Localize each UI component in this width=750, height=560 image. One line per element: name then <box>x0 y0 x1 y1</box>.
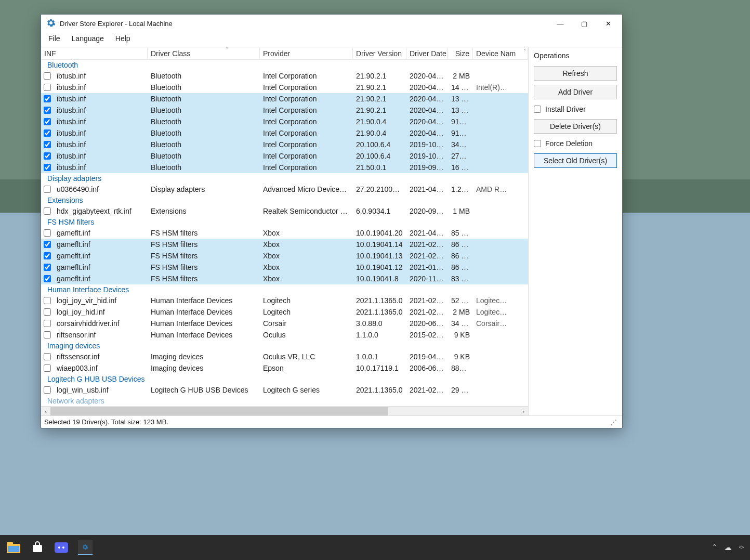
close-button[interactable]: ✕ <box>596 16 620 31</box>
list-row[interactable]: gameflt.infFS HSM filtersXbox10.0.19041.… <box>41 239 528 250</box>
list-row[interactable]: ibtusb.infBluetoothIntel Corporation21.9… <box>41 70 528 82</box>
list-row[interactable]: ibtusb.infBluetoothIntel Corporation21.9… <box>41 116 528 127</box>
col-date[interactable]: Driver Date <box>406 48 448 59</box>
explorer-icon[interactable] <box>6 540 21 555</box>
cell-class: Display adapters <box>148 185 260 193</box>
col-class[interactable]: Driver Class <box>148 48 260 59</box>
list-row[interactable]: ibtusb.infBluetoothIntel Corporation21.9… <box>41 127 528 139</box>
list-row[interactable]: gameflt.infFS HSM filtersXbox10.0.19041.… <box>41 273 528 284</box>
row-checkbox[interactable] <box>41 252 54 259</box>
row-checkbox[interactable] <box>41 186 54 193</box>
list-row[interactable]: wiaep003.infImaging devicesEpson10.0.171… <box>41 362 528 374</box>
list-row[interactable]: hdx_gigabyteext_rtk.infExtensionsRealtek… <box>41 205 528 217</box>
row-checkbox[interactable] <box>41 353 54 360</box>
delete-driver-button[interactable]: Delete Driver(s) <box>534 119 617 134</box>
list-row[interactable]: ibtusb.infBluetoothIntel Corporation20.1… <box>41 150 528 162</box>
group-header[interactable]: Display adapters <box>41 173 528 184</box>
app-taskbar-icon[interactable] <box>78 540 93 555</box>
scroll-left-icon[interactable]: ‹ <box>41 408 50 414</box>
row-checkbox[interactable] <box>41 107 54 114</box>
row-checkbox[interactable] <box>41 207 54 215</box>
add-driver-button[interactable]: Add Driver <box>534 85 617 99</box>
list-row[interactable]: gameflt.infFS HSM filtersXbox10.0.19041.… <box>41 250 528 262</box>
cell-provider: Intel Corporation <box>260 118 353 126</box>
row-checkbox[interactable] <box>41 84 54 91</box>
col-device[interactable]: Device Nam <box>473 48 528 59</box>
horizontal-scrollbar[interactable]: ‹ › <box>41 406 528 415</box>
select-old-drivers-button[interactable]: Select Old Driver(s) <box>534 153 617 168</box>
cell-date: 2020-04-22 <box>406 83 448 92</box>
titlebar[interactable]: Driver Store Explorer - Local Machine — … <box>41 15 622 32</box>
list-row[interactable]: logi_win_usb.infLogitech G HUB USB Devic… <box>41 384 528 396</box>
col-overflow-icon[interactable]: ˄ <box>523 48 526 54</box>
cell-inf: logi_win_usb.inf <box>54 386 148 394</box>
row-checkbox[interactable] <box>41 386 54 394</box>
row-checkbox[interactable] <box>41 72 54 80</box>
list-row[interactable]: gameflt.infFS HSM filtersXbox10.0.19041.… <box>41 262 528 273</box>
group-header[interactable]: Logitech G HUB USB Devices <box>41 374 528 384</box>
row-checkbox[interactable] <box>41 331 54 338</box>
row-checkbox[interactable] <box>41 152 54 160</box>
install-driver-checkbox[interactable]: Install Driver <box>534 103 617 115</box>
refresh-button[interactable]: Refresh <box>534 66 617 81</box>
list-row[interactable]: u0366490.infDisplay adaptersAdvanced Mic… <box>41 184 528 195</box>
row-checkbox[interactable] <box>41 297 54 304</box>
group-header-partial[interactable]: Network adapters <box>41 396 528 406</box>
list-row[interactable]: corsairvhiddriver.infHuman Interface Dev… <box>41 318 528 329</box>
group-header[interactable]: Human Interface Devices <box>41 284 528 295</box>
menu-help[interactable]: Help <box>115 34 130 43</box>
list-row[interactable]: ibtusb.infBluetoothIntel Corporation21.9… <box>41 82 528 93</box>
list-row[interactable]: riftssensor.infImaging devicesOculus VR,… <box>41 351 528 362</box>
maximize-button[interactable]: ▢ <box>572 16 596 31</box>
list-row[interactable]: ibtusb.infBluetoothIntel Corporation21.9… <box>41 105 528 116</box>
row-checkbox[interactable] <box>41 118 54 125</box>
cell-class: FS HSM filters <box>148 229 260 237</box>
list-header[interactable]: INF Driver Class Provider Driver Version… <box>41 47 528 60</box>
store-icon[interactable] <box>30 540 45 555</box>
cell-class: Bluetooth <box>148 83 260 92</box>
row-checkbox[interactable] <box>41 95 54 102</box>
row-checkbox[interactable] <box>41 320 54 327</box>
cell-date: 2021-02-26 <box>406 386 448 394</box>
tray-cloud-icon[interactable]: ☁ <box>724 543 732 552</box>
menu-file[interactable]: File <box>48 34 60 43</box>
list-row[interactable]: ibtusb.infBluetoothIntel Corporation21.9… <box>41 93 528 105</box>
discord-icon[interactable] <box>54 540 69 555</box>
resize-grip-icon[interactable]: ⋰ <box>610 418 617 426</box>
row-checkbox[interactable] <box>41 141 54 148</box>
cell-size: 913 KB <box>448 129 473 137</box>
row-checkbox[interactable] <box>41 308 54 316</box>
row-checkbox[interactable] <box>41 241 54 248</box>
list-row[interactable]: logi_joy_vir_hid.infHuman Interface Devi… <box>41 295 528 306</box>
row-checkbox[interactable] <box>41 264 54 271</box>
list-row[interactable]: riftsensor.infHuman Interface DevicesOcu… <box>41 329 528 341</box>
col-size[interactable]: Size <box>448 48 473 59</box>
col-version[interactable]: Driver Version <box>353 48 406 59</box>
group-header[interactable]: Imaging devices <box>41 341 528 351</box>
minimize-button[interactable]: — <box>548 16 572 31</box>
row-checkbox[interactable] <box>41 275 54 282</box>
tray-wifi-icon[interactable]: ⌔ <box>739 543 744 552</box>
menu-language[interactable]: Language <box>72 34 104 43</box>
group-header[interactable]: Bluetooth <box>41 60 528 70</box>
group-header[interactable]: FS HSM filters <box>41 217 528 227</box>
scroll-right-icon[interactable]: › <box>519 408 528 414</box>
cell-inf: ibtusb.inf <box>54 152 148 160</box>
force-deletion-checkbox[interactable]: Force Deletion <box>534 138 617 149</box>
col-inf[interactable]: INF <box>41 48 148 59</box>
list-body[interactable]: Bluetoothibtusb.infBluetoothIntel Corpor… <box>41 60 528 406</box>
cell-inf: ibtusb.inf <box>54 129 148 137</box>
tray-chevron-icon[interactable]: ˄ <box>713 543 717 552</box>
svg-rect-2 <box>8 546 19 552</box>
list-row[interactable]: ibtusb.infBluetoothIntel Corporation21.5… <box>41 162 528 173</box>
col-provider[interactable]: Provider <box>260 48 353 59</box>
group-header[interactable]: Extensions <box>41 195 528 205</box>
cell-version: 20.100.6.4 <box>353 140 406 149</box>
list-row[interactable]: gameflt.infFS HSM filtersXbox10.0.19041.… <box>41 227 528 239</box>
row-checkbox[interactable] <box>41 364 54 372</box>
row-checkbox[interactable] <box>41 164 54 171</box>
row-checkbox[interactable] <box>41 129 54 137</box>
row-checkbox[interactable] <box>41 229 54 237</box>
list-row[interactable]: ibtusb.infBluetoothIntel Corporation20.1… <box>41 139 528 150</box>
list-row[interactable]: logi_joy_hid.infHuman Interface DevicesL… <box>41 306 528 318</box>
